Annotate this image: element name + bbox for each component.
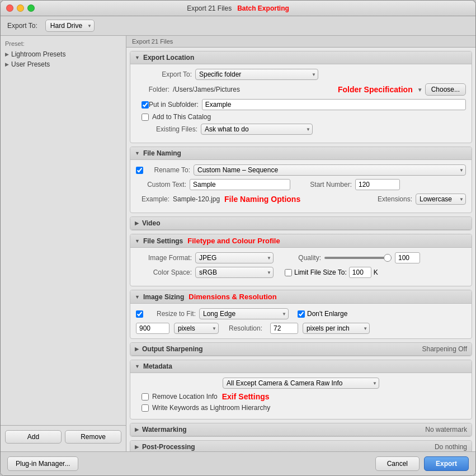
image-sizing-title: Image Sizing [143, 293, 184, 301]
window-title: Export 21 Files Batch Exporting [187, 4, 289, 12]
export-to-toolbar-label: Export To: [7, 22, 37, 30]
output-sharpening-header[interactable]: ▶ Output Sharpening Sharpening Off [130, 343, 472, 356]
cancel-button[interactable]: Cancel [375, 456, 420, 471]
quality-slider[interactable] [324, 257, 392, 259]
rename-to-checkbox[interactable] [136, 167, 143, 174]
start-number-input[interactable] [355, 179, 400, 190]
right-panel: Export 21 Files ▼ Export Location Export… [126, 36, 475, 451]
close-button[interactable] [6, 4, 13, 12]
file-naming-annotation: File Naming Options [224, 195, 300, 204]
toolbar: Export To: Hard Drive [1, 16, 475, 36]
file-settings-header[interactable]: ▼ File Settings Filetype and Colour Prof… [130, 234, 472, 248]
preset-header: Preset: [1, 39, 126, 49]
extensions-select[interactable]: Lowercase [416, 194, 466, 205]
add-preset-button[interactable]: Add [5, 430, 62, 444]
existing-files-label: Existing Files: [136, 125, 197, 133]
traffic-lights [6, 4, 35, 12]
example-label: Example: [136, 195, 169, 203]
image-format-select[interactable]: JPEG [195, 252, 274, 263]
title-bar: Export 21 Files Batch Exporting [1, 1, 475, 16]
quality-input[interactable] [395, 252, 420, 263]
image-format-row: Image Format: JPEG Quality: [136, 252, 466, 263]
existing-files-select[interactable]: Ask what to do [201, 124, 313, 135]
resolution-value-input[interactable] [270, 323, 298, 334]
post-processing-title: Post-Processing [142, 443, 195, 451]
metadata-arrow: ▼ [135, 364, 140, 369]
user-presets-arrow: ▶ [5, 62, 9, 67]
subfolder-input[interactable] [202, 99, 466, 110]
video-header[interactable]: ▶ Video [130, 217, 472, 230]
file-naming-header[interactable]: ▼ File Naming [130, 147, 472, 160]
file-settings-title: File Settings [143, 237, 183, 245]
write-keywords-checkbox[interactable] [142, 404, 149, 412]
subfolder-row: Put in Subfolder: [136, 99, 466, 110]
limit-unit-label: K [374, 268, 378, 276]
image-sizing-arrow: ▼ [135, 294, 140, 300]
file-naming-title: File Naming [143, 149, 181, 157]
limit-file-size-label: Limit File Size To: [294, 268, 347, 276]
dont-enlarge-checkbox[interactable] [298, 310, 305, 318]
plug-in-manager-button[interactable]: Plug-in Manager... [7, 456, 78, 471]
dont-enlarge-group: Don't Enlarge [298, 310, 347, 318]
example-value: Sample-120.jpg [173, 195, 220, 203]
watermarking-header[interactable]: ▶ Watermarking No watermark [130, 423, 472, 436]
resize-to-fit-checkbox[interactable] [136, 310, 143, 318]
image-format-label: Image Format: [136, 254, 192, 262]
image-format-select-wrapper: JPEG [195, 252, 274, 263]
image-sizing-header[interactable]: ▼ Image Sizing Dimensions & Resolution [130, 290, 472, 304]
resolution-unit-select[interactable]: pixels per inch [303, 323, 370, 334]
post-processing-left: ▶ Post-Processing [135, 443, 195, 451]
resize-to-fit-select[interactable]: Long Edge [199, 308, 289, 319]
file-settings-body: Image Format: JPEG Quality: [130, 248, 472, 286]
watermarking-section: ▶ Watermarking No watermark [130, 423, 472, 437]
custom-text-row: Custom Text: Start Number: [136, 179, 466, 190]
post-processing-status: Do nothing [435, 443, 467, 451]
limit-file-size-checkbox[interactable] [285, 269, 292, 276]
scroll-area[interactable]: ▼ Export Location Export To: Specific fo… [126, 48, 475, 451]
watermarking-arrow: ▶ [135, 427, 139, 432]
rename-to-select[interactable]: Custom Name – Sequence [194, 164, 466, 176]
color-space-row: Color Space: sRGB Limit File Size To: [136, 267, 466, 278]
export-to-select[interactable]: Specific folder [195, 69, 318, 80]
file-settings-annotation: Filetype and Colour Profile [187, 237, 280, 245]
remove-location-checkbox[interactable] [142, 393, 149, 400]
sidebar-item-user-presets[interactable]: ▶ User Presets [1, 59, 126, 69]
start-number-label: Start Number: [301, 181, 352, 188]
put-in-subfolder-checkbox[interactable] [142, 101, 149, 109]
size-value-input[interactable] [136, 323, 169, 334]
minimize-button[interactable] [17, 4, 24, 12]
color-space-select[interactable]: sRGB [195, 267, 274, 278]
export-button[interactable]: Export [424, 456, 469, 471]
color-space-select-wrapper: sRGB [195, 267, 274, 278]
folder-label: Folder: [136, 86, 169, 93]
main-window: Export 21 Files Batch Exporting Export T… [0, 0, 476, 476]
file-settings-arrow: ▼ [135, 238, 140, 244]
write-keywords-label: Write Keywords as Lightroom Hierarchy [152, 404, 270, 412]
user-presets-label: User Presets [11, 60, 50, 68]
rename-to-label: Rename To: [145, 166, 190, 174]
post-processing-header[interactable]: ▶ Post-Processing Do nothing [130, 441, 472, 451]
metadata-select-row: All Except Camera & Camera Raw Info [136, 378, 466, 389]
metadata-select[interactable]: All Except Camera & Camera Raw Info [223, 378, 379, 389]
image-sizing-body: Resize to Fit: Long Edge Don't Enlarge [130, 304, 472, 338]
limit-file-size-input[interactable] [349, 267, 371, 278]
custom-text-input[interactable] [190, 179, 290, 190]
size-unit-select[interactable]: pixels [174, 323, 219, 334]
export-location-header[interactable]: ▼ Export Location [130, 51, 472, 64]
metadata-title: Metadata [143, 362, 172, 370]
sidebar-item-lightroom-presets[interactable]: ▶ Lightroom Presets [1, 49, 126, 59]
fullscreen-button[interactable] [27, 4, 35, 12]
choose-button[interactable]: Choose... [425, 83, 466, 96]
export-to-selector[interactable]: Hard Drive [45, 20, 95, 32]
example-row: Example: Sample-120.jpg File Naming Opti… [136, 194, 466, 205]
metadata-header[interactable]: ▼ Metadata [130, 360, 472, 373]
remove-preset-button[interactable]: Remove [65, 430, 121, 444]
write-keywords-row: Write Keywords as Lightroom Hierarchy [136, 404, 466, 412]
resize-to-fit-label: Resize to Fit: [145, 310, 196, 318]
folder-dropdown-arrow[interactable]: ▼ [417, 87, 423, 93]
export-location-body: Export To: Specific folder Folder: /User… [130, 64, 472, 143]
metadata-select-wrapper: All Except Camera & Camera Raw Info [223, 378, 379, 389]
color-space-label: Color Space: [136, 268, 192, 276]
add-to-catalog-checkbox[interactable] [142, 114, 149, 121]
quality-label: Quality: [285, 254, 321, 262]
